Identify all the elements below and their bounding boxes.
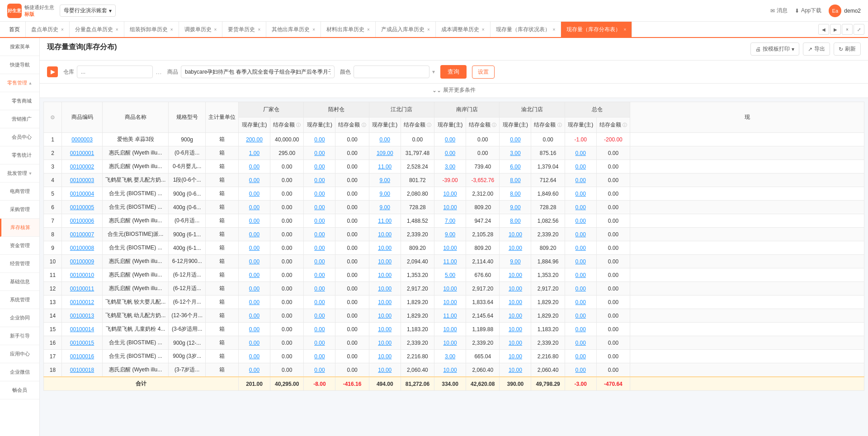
sidebar-item-apps[interactable]: 应用中心 bbox=[0, 345, 39, 363]
sidebar-item-nav[interactable]: 快捷导航 bbox=[0, 56, 39, 74]
app-download-btn[interactable]: ⬇ App下载 bbox=[795, 7, 821, 14]
sidebar-item-marketing[interactable]: 营销推广 bbox=[0, 110, 39, 128]
close-icon[interactable]: × bbox=[482, 27, 485, 32]
message-icon: ✉ bbox=[770, 8, 775, 14]
yb-qty: 8.00 bbox=[500, 173, 531, 187]
sidebar-item-ops[interactable]: 经营管理 bbox=[0, 255, 39, 273]
company-selector[interactable]: 母婴行业演示账套 ▾ bbox=[60, 5, 116, 17]
na-amt: 1,189.88 bbox=[466, 323, 500, 336]
yb-qty: 10.00 bbox=[500, 241, 531, 255]
export-btn[interactable]: ↗ 导出 bbox=[803, 42, 830, 56]
spec-cell: 900g bbox=[169, 133, 206, 146]
jb-qty: 9.00 bbox=[369, 187, 401, 201]
print-btn[interactable]: 🖨 按模板打印 ▾ bbox=[750, 42, 799, 56]
sidebar-item-search[interactable]: 搜索英单 bbox=[0, 38, 39, 56]
jb-qty: 10.00 bbox=[369, 309, 401, 323]
sidebar-item-wechat[interactable]: 企业微信 bbox=[0, 363, 39, 381]
sidebar-item-system[interactable]: 系统管理 bbox=[0, 291, 39, 309]
tab-stock-status[interactable]: 现存量（库存状况表）× bbox=[491, 22, 561, 38]
na-amt: 0.00 bbox=[466, 133, 500, 146]
spec-cell: 1段(0-6个... bbox=[169, 173, 206, 187]
tab-product-in[interactable]: 产成品入库单历史 × bbox=[376, 22, 436, 38]
sidebar-item-finance[interactable]: 资金管理 bbox=[0, 237, 39, 255]
tab-portion[interactable]: 分量盘点单历史 × bbox=[70, 22, 124, 38]
filter-expand-row: ⌄⌄ 展开更多条件 bbox=[40, 84, 868, 98]
close-icon[interactable]: × bbox=[61, 27, 64, 32]
table-row: 200100001惠氏启醒 (Wyeth illu...(0-6月适...箱1.… bbox=[44, 146, 864, 160]
fj-qty: 0.00 bbox=[239, 201, 270, 214]
tab-other-out[interactable]: 其他出库单历史 × bbox=[266, 22, 321, 38]
yb-qty: 10.00 bbox=[500, 309, 531, 323]
nav-expand-btn[interactable]: ⤢ bbox=[854, 24, 864, 35]
code-cell: 00100007 bbox=[62, 228, 103, 241]
search-button[interactable]: 查询 bbox=[440, 65, 467, 79]
mc-qty: 0.00 bbox=[304, 187, 335, 201]
expand-btn[interactable]: ▶ bbox=[47, 66, 58, 77]
na-qty: 0.00 bbox=[434, 146, 466, 160]
sidebar-item-inventory[interactable]: 库存核算 bbox=[0, 219, 39, 237]
color-input[interactable] bbox=[354, 66, 429, 78]
na-amt: 2,312.00 bbox=[466, 187, 500, 201]
refresh-btn[interactable]: ↻ 刷新 bbox=[834, 42, 861, 56]
tab-stock-dist[interactable]: 现存量（库存分布表）× bbox=[561, 22, 632, 38]
tab-assemble[interactable]: 组装拆卸单历史 × bbox=[124, 22, 179, 38]
close-icon[interactable]: × bbox=[116, 27, 118, 32]
close-icon[interactable]: × bbox=[553, 27, 556, 32]
close-icon[interactable]: × bbox=[258, 27, 260, 32]
main-content: 现存量查询(库存分布) 🖨 按模板打印 ▾ ↗ 导出 ↻ 刷新 ▶ bbox=[40, 38, 868, 436]
th-mc-amt: 结存金额 ⓘ bbox=[335, 117, 369, 133]
sidebar-item-retail-shop[interactable]: 零售商城 bbox=[0, 92, 39, 110]
name-cell: 惠氏启醒 (Wyeth illu... bbox=[103, 214, 169, 228]
spec-cell: (6-12月适... bbox=[169, 282, 206, 295]
sidebar-item-retail-stat[interactable]: 零售统计 bbox=[0, 146, 39, 164]
nav-close-btn[interactable]: × bbox=[842, 24, 853, 35]
unit-cell: 箱 bbox=[206, 255, 239, 268]
tab-purchase[interactable]: 要货单历史 × bbox=[222, 22, 266, 38]
th-gear[interactable]: ⚙ bbox=[44, 102, 62, 133]
close-icon[interactable]: × bbox=[214, 27, 217, 32]
tab-material-out[interactable]: 材料出库单历史 × bbox=[321, 22, 376, 38]
product-input[interactable] bbox=[181, 66, 335, 78]
close-icon[interactable]: × bbox=[367, 27, 370, 32]
fj-amt: 0.00 bbox=[270, 160, 304, 173]
sidebar-item-vip[interactable]: 畅会员 bbox=[0, 381, 39, 399]
tab-inventory[interactable]: 盘点单历史 × bbox=[26, 22, 70, 38]
sidebar-item-purchase[interactable]: 采购管理 bbox=[0, 201, 39, 219]
sidebar-item-guide[interactable]: 新手引导 bbox=[0, 327, 39, 345]
expand-more-btn[interactable]: ⌄⌄ 展开更多条件 bbox=[432, 86, 476, 94]
logo-icon: 好生意 bbox=[7, 4, 22, 18]
mc-qty: 0.00 bbox=[304, 363, 335, 377]
mc-amt: 0.00 bbox=[335, 146, 369, 160]
close-icon[interactable]: × bbox=[170, 27, 173, 32]
warehouse-input[interactable] bbox=[77, 66, 153, 78]
mc-qty: 0.00 bbox=[304, 295, 335, 309]
sidebar-item-ecommerce[interactable]: 电商管理 bbox=[0, 183, 39, 201]
na-qty: 10.00 bbox=[434, 282, 466, 295]
mc-qty: 0.00 bbox=[304, 241, 335, 255]
close-icon[interactable]: × bbox=[427, 27, 430, 32]
spec-cell: 400g (6-1... bbox=[169, 241, 206, 255]
tab-home[interactable]: 首页 bbox=[4, 22, 26, 38]
warehouse-dots[interactable]: … bbox=[156, 68, 162, 75]
user-area[interactable]: Ea demo2 bbox=[829, 5, 861, 17]
nav-prev-btn[interactable]: ◀ bbox=[818, 24, 829, 35]
sidebar-item-wholesale[interactable]: 批发管理 ▼ bbox=[0, 164, 39, 183]
message-btn[interactable]: ✉ 消息 bbox=[770, 7, 788, 14]
tab-transfer[interactable]: 调拨单历史 × bbox=[179, 22, 223, 38]
nav-next-btn[interactable]: ▶ bbox=[830, 24, 841, 35]
tab-cost-adj[interactable]: 成本调整单历史 × bbox=[436, 22, 491, 38]
sidebar-item-basic[interactable]: 基础信息 bbox=[0, 273, 39, 291]
close-icon[interactable]: × bbox=[623, 27, 626, 32]
sidebar-item-member[interactable]: 会员中心 bbox=[0, 128, 39, 146]
sum-jb-amt: 81,272.06 bbox=[401, 377, 434, 391]
jb-amt: 809.20 bbox=[401, 241, 434, 255]
sidebar-item-corp[interactable]: 企业协同 bbox=[0, 309, 39, 327]
th-yb-qty: 现存量(主) bbox=[500, 117, 531, 133]
settings-button[interactable]: 设置 bbox=[472, 66, 495, 79]
na-qty: 5.00 bbox=[434, 268, 466, 282]
close-icon[interactable]: × bbox=[312, 27, 315, 32]
fj-qty: 0.00 bbox=[239, 295, 270, 309]
mc-amt: 0.00 bbox=[335, 350, 369, 363]
top-bar-left: 好生意 畅捷通好生意 标版 母婴行业演示账套 ▾ bbox=[7, 4, 116, 18]
sidebar-item-retail[interactable]: 零售管理 ▲ bbox=[0, 74, 39, 92]
